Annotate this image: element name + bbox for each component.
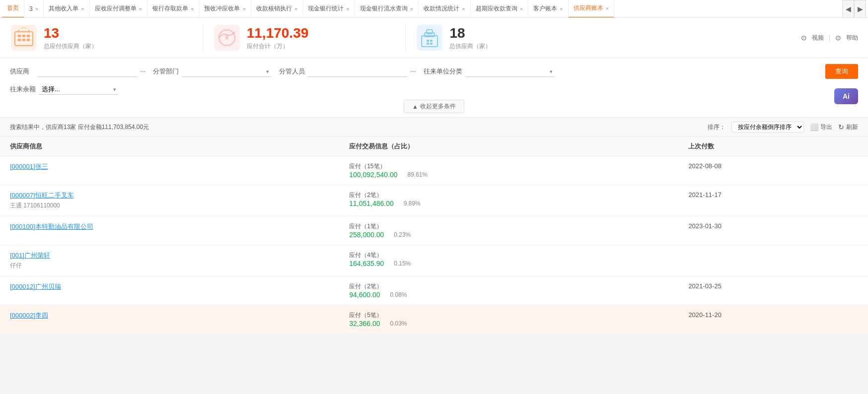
supplier-name-3[interactable]: [000100]本特勤油品有限公司: [10, 222, 349, 231]
filter-row-1: 供应商 ··· 分管部门 ▾ 分管人员 ··· 往来单位分类: [10, 64, 858, 79]
stat-item-payable-total: ¥ 11,170.39 应付合计（万）: [213, 24, 406, 52]
nav-tab-verify[interactable]: 收款核销执行 ×: [251, 0, 303, 18]
nav-tab-customer-ledger[interactable]: 客户账本 ×: [528, 0, 568, 18]
stat-label-total-suppliers: 总供应商（家）: [449, 42, 598, 51]
close-tab-3[interactable]: ×: [35, 6, 38, 12]
supplier-sub-2: 王通 17106110000: [10, 201, 349, 210]
refresh-button[interactable]: ↻ 刷新: [838, 123, 858, 131]
balance-filter-select[interactable]: 选择...: [39, 84, 118, 95]
col-header-lastpay: 上次付数: [688, 142, 858, 151]
stat-number-total-suppliers: 18: [449, 25, 598, 42]
close-tab-supplier-ledger[interactable]: ×: [606, 5, 609, 11]
trans-amount-2[interactable]: 11,051,486.00: [349, 199, 394, 207]
stat-label-total: 应付合计（万）: [247, 42, 396, 51]
close-tab-receipt-stats[interactable]: ×: [462, 6, 465, 12]
nav-next-arrow[interactable]: ▶: [854, 0, 866, 18]
link-divider: |: [829, 34, 830, 41]
trans-amount-5[interactable]: 94,600.00: [349, 291, 380, 299]
last-pay-5: 2021-03-25: [688, 282, 858, 290]
close-tab-adjust[interactable]: ×: [139, 6, 142, 12]
supplier-name-2[interactable]: [000007]恒旺二手叉车: [10, 191, 349, 200]
trans-label-1: 应付（15笔）: [349, 162, 688, 171]
refresh-icon: ↻: [838, 123, 844, 131]
supplier-filter-input[interactable]: [38, 66, 137, 77]
nav-tab-pre-receive[interactable]: 预收冲应收单 ×: [199, 0, 251, 18]
trans-pct-6: 0.03%: [390, 320, 407, 327]
filter-item-person: 分管人员 ···: [279, 66, 415, 77]
stats-bar: 13 总应付供应商（家） ¥ 11,170.39 应付合计（万）: [0, 18, 868, 58]
col-header-supplier: 供应商信息: [10, 142, 349, 151]
close-tab-customer-ledger[interactable]: ×: [560, 6, 563, 12]
ai-assistant-button[interactable]: Ai: [834, 88, 858, 104]
trans-pct-4: 0.15%: [394, 260, 411, 267]
stat-info-total: 11,170.39 应付合计（万）: [247, 25, 396, 51]
trans-amount-6[interactable]: 32,366.00: [349, 320, 380, 328]
trans-pct-5: 0.08%: [390, 291, 407, 298]
close-tab-other-income[interactable]: ×: [81, 6, 84, 12]
category-filter-select[interactable]: [465, 66, 555, 77]
video-link[interactable]: 视频: [812, 34, 824, 42]
balance-filter-label: 往来余额: [10, 85, 36, 94]
supplier-name-6[interactable]: [000002]李四: [10, 311, 349, 320]
supplier-name-4[interactable]: [001]广州荣轩: [10, 251, 349, 260]
nav-tab-receipt-stats[interactable]: 收款情况统计 ×: [419, 0, 470, 18]
close-tab-pre-receive[interactable]: ×: [242, 6, 245, 12]
stat-info-total-suppliers: 18 总供应商（家）: [449, 25, 598, 51]
supplier-name-5[interactable]: [000012]广州贝瑞: [10, 282, 349, 291]
filter-row-2: 往来余额 选择... ▾: [10, 84, 858, 95]
refresh-label: 刷新: [846, 123, 858, 131]
nav-tab-bank[interactable]: 银行存取款单 ×: [147, 0, 199, 18]
nav-prev-arrow[interactable]: ◀: [842, 0, 854, 18]
trans-info-3: 应付（1笔） 258,000.00 0.23%: [349, 222, 688, 239]
person-filter-input[interactable]: [308, 66, 407, 77]
collapse-filter-button[interactable]: ▲ 收起更多条件: [404, 100, 464, 113]
supplier-sub-4: 仔仔: [10, 262, 349, 270]
close-tab-bank[interactable]: ×: [191, 6, 194, 12]
close-tab-cash-stats[interactable]: ×: [346, 6, 349, 12]
close-tab-verify[interactable]: ×: [294, 6, 297, 12]
supplier-info-2: [000007]恒旺二手叉车 王通 17106110000: [10, 191, 349, 210]
sort-label: 排序：: [708, 123, 725, 131]
trans-pct-2: 9.89%: [404, 200, 421, 207]
supplier-info-4: [001]广州荣轩 仔仔: [10, 251, 349, 270]
trans-amount-3[interactable]: 258,000.00: [349, 231, 384, 239]
trans-amount-1[interactable]: 100,092,540.00: [349, 171, 397, 179]
supplier-filter-label: 供应商: [10, 67, 35, 76]
filter-item-category: 往来单位分类 ▾: [424, 66, 555, 77]
result-text: 搜索结果中，供应商13家 应付金额111,703,854.00元: [10, 123, 149, 131]
trans-label-2: 应付（2笔）: [349, 191, 688, 199]
query-button[interactable]: 查询: [825, 64, 858, 79]
person-dots-icon[interactable]: ···: [410, 67, 415, 76]
trans-label-5: 应付（2笔）: [349, 282, 688, 291]
supplier-payable-icon: [10, 24, 38, 52]
stat-item-total-suppliers: 18 总供应商（家）: [416, 24, 608, 52]
export-button[interactable]: ⬜ 导出: [810, 123, 832, 131]
trans-info-2: 应付（2笔） 11,051,486.00 9.89%: [349, 191, 688, 207]
help-icon: ⊙: [835, 34, 841, 42]
nav-tab-cash-stats[interactable]: 现金银行统计 ×: [303, 0, 355, 18]
nav-tab-other-income[interactable]: 其他收入单 ×: [44, 0, 89, 18]
filter-item-supplier: 供应商 ···: [10, 66, 145, 77]
supplier-info-6: [000002]李四: [10, 311, 349, 320]
result-bar: 搜索结果中，供应商13家 应付金额111,703,854.00元 排序： 按应付…: [0, 118, 868, 137]
trans-amount-4[interactable]: 164,635.90: [349, 260, 384, 267]
stat-label-payable: 总应付供应商（家）: [44, 42, 193, 51]
stat-number-payable: 13: [44, 25, 193, 42]
close-tab-cash-flow[interactable]: ×: [410, 6, 413, 12]
supplier-name-1[interactable]: [000001]张三: [10, 162, 349, 171]
dept-filter-label: 分管部门: [153, 67, 179, 76]
trans-info-5: 应付（2笔） 94,600.00 0.08%: [349, 282, 688, 299]
nav-tab-cash-flow[interactable]: 现金银行流水查询 ×: [355, 0, 419, 18]
nav-tab-supplier-ledger[interactable]: 供应商账本 ×: [569, 0, 614, 18]
trans-label-3: 应付（1笔）: [349, 222, 688, 231]
dept-filter-select[interactable]: [182, 66, 271, 77]
nav-tab-3[interactable]: 3 ×: [24, 0, 44, 18]
supplier-dots-icon[interactable]: ···: [140, 67, 145, 76]
nav-tab-home[interactable]: 首页: [2, 0, 24, 18]
nav-tab-overdue[interactable]: 超期应收款查询 ×: [471, 0, 528, 18]
nav-tab-adjust[interactable]: 应收应付调整单 ×: [90, 0, 147, 18]
close-tab-overdue[interactable]: ×: [520, 6, 523, 12]
help-link[interactable]: 帮助: [846, 34, 858, 42]
sort-select[interactable]: 按应付余额倒序排序: [731, 122, 804, 132]
video-icon: ⊙: [801, 34, 807, 42]
